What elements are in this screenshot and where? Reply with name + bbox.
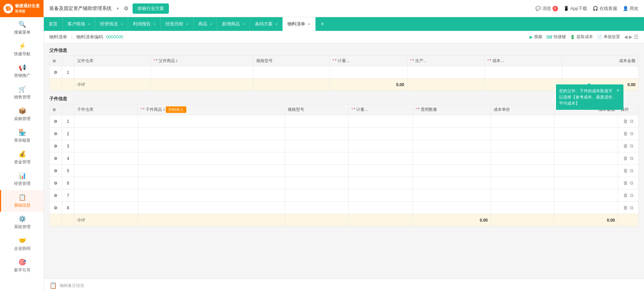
child-cell-goods-6[interactable] bbox=[138, 177, 285, 189]
sidebar-item-finance[interactable]: 💰 资金管理 bbox=[0, 147, 44, 168]
parent-cell-cost-1[interactable] bbox=[484, 66, 562, 79]
tab-newgoods[interactable]: 新增商品 × bbox=[217, 17, 250, 31]
copy-icon-5[interactable]: ⧉ bbox=[630, 168, 633, 174]
child-cell-goods-8[interactable] bbox=[138, 202, 285, 214]
child-cell-qty-7[interactable] bbox=[348, 189, 413, 202]
sidebar-item-guide[interactable]: 🎯 新手引导 bbox=[0, 255, 44, 277]
delete-icon-5[interactable]: 🗑 bbox=[623, 168, 628, 174]
child-cell-warehouse-7[interactable] bbox=[74, 189, 138, 202]
child-cell-spec-8[interactable] bbox=[285, 202, 349, 214]
child-cell-needed-2[interactable] bbox=[413, 128, 491, 140]
child-cell-unitcost-7[interactable] bbox=[491, 189, 554, 202]
copy-icon-7[interactable]: ⧉ bbox=[630, 192, 633, 198]
child-cell-needed-5[interactable] bbox=[413, 165, 491, 177]
child-cell-warehouse-5[interactable] bbox=[74, 165, 138, 177]
nav-prev-icon[interactable]: ◀ bbox=[624, 34, 628, 39]
copy-icon-3[interactable]: ⧉ bbox=[630, 143, 633, 149]
child-cell-spec-5[interactable] bbox=[285, 165, 349, 177]
child-cell-unitcost-5[interactable] bbox=[491, 165, 554, 177]
child-cell-needed-3[interactable] bbox=[413, 140, 491, 152]
tab-profit[interactable]: 利润报告 × bbox=[128, 17, 161, 31]
child-cell-spec-2[interactable] bbox=[285, 128, 349, 140]
tab-bom[interactable]: 物料清单 × bbox=[283, 17, 315, 31]
child-cell-needed-1[interactable] bbox=[413, 115, 491, 128]
child-cell-unitcost-2[interactable] bbox=[491, 128, 554, 140]
tab-operation[interactable]: 经营情况 × bbox=[95, 17, 128, 31]
delete-icon-8[interactable]: 🗑 bbox=[623, 205, 628, 211]
trial-button[interactable]: 体验行业方案 bbox=[133, 3, 169, 14]
child-cell-warehouse-6[interactable] bbox=[74, 177, 138, 189]
delete-icon-4[interactable]: 🗑 bbox=[623, 155, 628, 161]
tab-profit-close[interactable]: × bbox=[153, 22, 156, 26]
child-cell-qty-1[interactable] bbox=[348, 115, 413, 128]
child-cell-unitcost-6[interactable] bbox=[491, 177, 554, 189]
copy-icon-6[interactable]: ⧉ bbox=[630, 180, 633, 186]
list-view-icon[interactable]: ☰ bbox=[634, 34, 639, 40]
sidebar-item-basic[interactable]: 📋 基础信息 bbox=[0, 190, 44, 212]
tab-history-close[interactable]: × bbox=[186, 22, 188, 26]
child-cell-qty-5[interactable] bbox=[348, 165, 413, 177]
tab-operation-close[interactable]: × bbox=[121, 22, 123, 26]
child-cell-needed-8[interactable] bbox=[413, 202, 491, 214]
footer-text[interactable]: 编辑备注信息 bbox=[60, 283, 84, 289]
parent-cell-produce-1[interactable] bbox=[407, 66, 484, 79]
child-cell-goods-3[interactable] bbox=[138, 140, 285, 152]
sidebar-item-sales[interactable]: 🛒 销售管理 bbox=[0, 82, 44, 104]
settings-icon[interactable]: ⚙ bbox=[124, 5, 128, 12]
child-cell-unitcost-8[interactable] bbox=[491, 202, 554, 214]
tab-newgoods-close[interactable]: × bbox=[243, 22, 245, 26]
copy-icon-8[interactable]: ⧉ bbox=[630, 205, 633, 211]
parent-cell-qty-1[interactable] bbox=[330, 66, 407, 79]
system-dropdown-arrow[interactable]: ▼ bbox=[116, 7, 120, 11]
child-cell-needed-7[interactable] bbox=[413, 189, 491, 202]
delete-icon-7[interactable]: 🗑 bbox=[623, 192, 628, 198]
child-cell-warehouse-3[interactable] bbox=[74, 140, 138, 152]
child-cell-qty-8[interactable] bbox=[348, 202, 413, 214]
tab-bom-close[interactable]: × bbox=[308, 22, 310, 26]
child-cell-warehouse-1[interactable] bbox=[74, 115, 138, 128]
sidebar-item-purchase[interactable]: 📦 采购管理 bbox=[0, 104, 44, 125]
sidebar-item-inventory[interactable]: 🏪 库存核算 bbox=[0, 125, 44, 147]
tab-goods-close[interactable]: × bbox=[210, 22, 212, 26]
extract-cost-btn[interactable]: 💲 提取成本 bbox=[570, 34, 593, 40]
child-cell-qty-4[interactable] bbox=[348, 152, 413, 165]
delete-icon-2[interactable]: 🗑 bbox=[623, 131, 628, 137]
sidebar-item-marketing[interactable]: 📢 营销推广 bbox=[0, 60, 44, 82]
delete-icon-1[interactable]: 🗑 bbox=[623, 118, 628, 124]
copy-icon-2[interactable]: ⧉ bbox=[630, 131, 633, 137]
single-setting-btn[interactable]: 📄 单据设置 bbox=[597, 34, 620, 40]
tab-customer-close[interactable]: × bbox=[88, 22, 90, 26]
online-service-action[interactable]: 🎧 在线客服 bbox=[593, 5, 617, 12]
shortcut-btn[interactable]: ⌨ 快捷键 bbox=[546, 34, 566, 40]
sidebar-item-collab[interactable]: 🤝 企业协同 bbox=[0, 233, 44, 255]
scan-button[interactable]: 扫码录入 bbox=[166, 106, 186, 113]
child-cell-spec-6[interactable] bbox=[285, 177, 349, 189]
nav-close-all[interactable]: × bbox=[321, 21, 324, 27]
view-btn[interactable]: ▶ 视频 bbox=[530, 34, 542, 40]
child-cell-warehouse-4[interactable] bbox=[74, 152, 138, 165]
child-cell-warehouse-8[interactable] bbox=[74, 202, 138, 214]
child-cell-goods-2[interactable] bbox=[138, 128, 285, 140]
child-cell-goods-5[interactable] bbox=[138, 165, 285, 177]
child-cell-spec-7[interactable] bbox=[285, 189, 349, 202]
tab-goods[interactable]: 商品 × bbox=[194, 17, 217, 31]
child-cell-unitcost-4[interactable] bbox=[491, 152, 554, 165]
tab-barcode[interactable]: 条码方案 × bbox=[250, 17, 283, 31]
copy-icon-4[interactable]: ⧉ bbox=[630, 155, 633, 161]
tooltip-close-btn[interactable]: × bbox=[617, 88, 619, 93]
child-cell-spec-3[interactable] bbox=[285, 140, 349, 152]
child-cell-qty-6[interactable] bbox=[348, 177, 413, 189]
delete-icon-3[interactable]: 🗑 bbox=[623, 143, 628, 149]
app-download-action[interactable]: 📱 App下载 bbox=[564, 5, 587, 12]
child-cell-needed-6[interactable] bbox=[413, 177, 491, 189]
copy-icon-1[interactable]: ⧉ bbox=[630, 118, 633, 124]
child-cell-qty-2[interactable] bbox=[348, 128, 413, 140]
child-cell-needed-4[interactable] bbox=[413, 152, 491, 165]
tab-home[interactable]: 首页 bbox=[44, 17, 63, 31]
child-cell-spec-1[interactable] bbox=[285, 115, 349, 128]
child-cell-goods-4[interactable] bbox=[138, 152, 285, 165]
sidebar-item-quicknav[interactable]: ⚡ 快捷导航 bbox=[0, 39, 44, 60]
child-cell-goods-1[interactable] bbox=[138, 115, 285, 128]
message-action[interactable]: 💬 消息 6 bbox=[535, 5, 558, 12]
child-cell-spec-4[interactable] bbox=[285, 152, 349, 165]
